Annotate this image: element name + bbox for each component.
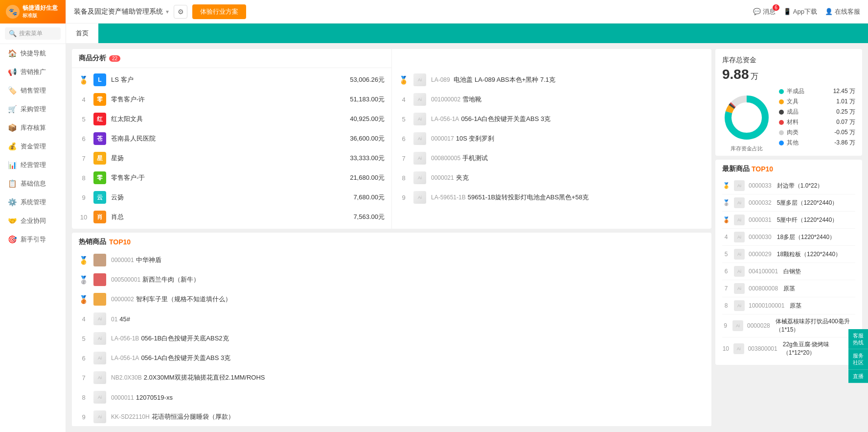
- legend-item: 肉类 -0.05 万: [779, 128, 855, 137]
- panel-left: 商品分析 22 🏅 L LS 客户 53,006.26元: [72, 49, 715, 426]
- sidebar-item-quick-nav[interactable]: 🏠 快捷导航: [0, 44, 66, 63]
- hot-products-label: 热销商品: [79, 238, 106, 246]
- product-name: 白钢垫: [783, 267, 801, 276]
- hot-products-suffix: TOP10: [109, 238, 131, 246]
- app-logo: 🐾 畅捷通好生意 标准版: [0, 0, 66, 24]
- phone-icon: 📱: [783, 8, 791, 15]
- tab-home[interactable]: 首页: [66, 24, 98, 43]
- message-button[interactable]: 💬 消息 6: [753, 7, 776, 16]
- product-image: Ai: [413, 191, 426, 204]
- product-image: Ai: [93, 352, 106, 364]
- product-name: 原茎: [783, 285, 795, 293]
- customer-ranking-list: 🏅 L LS 客户 53,006.26元 4 零 零售客户-许 51,183.0…: [72, 68, 391, 229]
- product-name: 夹克: [456, 174, 469, 181]
- analysis-header: 商品分析 22: [72, 49, 391, 68]
- list-item: 4 Ai 001000002雪地靴: [392, 90, 711, 109]
- rank-number: 7: [79, 374, 89, 382]
- sidebar-item-system[interactable]: ⚙️ 系统管理: [0, 193, 66, 212]
- product-code: 0000011: [111, 394, 134, 401]
- sidebar-search-area[interactable]: 🔍 搜索菜单: [0, 24, 66, 44]
- avatar: 零: [93, 93, 106, 106]
- product-image: Ai: [413, 152, 426, 165]
- img-placeholder: Ai: [736, 323, 740, 328]
- customer-hotline-button[interactable]: 客服热线: [848, 329, 868, 350]
- product-code: 000800008: [749, 285, 778, 292]
- trial-button[interactable]: 体验行业方案: [192, 4, 246, 19]
- donut-chart: 库存资金占比: [722, 93, 771, 144]
- app-edition: 标准版: [23, 12, 58, 19]
- inventory-title: 库存总资金: [722, 56, 855, 65]
- service-community-button[interactable]: 服务社区: [848, 349, 868, 370]
- img-placeholder: Ai: [737, 217, 741, 222]
- list-item: 4 Ai 0145#: [72, 309, 711, 329]
- customer-amount: 51,183.00元: [350, 95, 385, 104]
- rank-number: 6: [79, 355, 89, 362]
- float-service-panel: 客服热线 服务社区 直播: [848, 329, 868, 383]
- list-item: 🥈 000500001新西兰牛肉（新牛）: [72, 270, 711, 289]
- sidebar-item-purchase[interactable]: 🛒 采购管理: [0, 100, 66, 119]
- list-item: 6 Ai 004100001 白钢垫: [722, 263, 855, 280]
- legend-label: 肉类: [787, 128, 799, 137]
- livestream-button[interactable]: 直播: [848, 370, 868, 383]
- product-code: LA-089: [431, 76, 450, 83]
- product-name: 智利车子里（规格不知道填什么）: [136, 295, 231, 303]
- purchase-icon: 🛒: [8, 105, 17, 114]
- rank-number: 5: [722, 251, 730, 258]
- product-code: 01: [111, 316, 117, 323]
- search-menu-button[interactable]: 🔍 搜索菜单: [5, 27, 61, 40]
- img-placeholder: Ai: [413, 171, 426, 184]
- rank-number: 8: [79, 394, 89, 401]
- product-code: LA-056-1A: [431, 116, 459, 122]
- product-code: KK-SD22110H: [111, 413, 150, 420]
- product-name: 5厘中纤（1220*2440）: [777, 216, 838, 224]
- product-code: LA-056-1B: [111, 335, 139, 342]
- sidebar-item-finance[interactable]: 💰 资金管理: [0, 137, 66, 156]
- sidebar-item-inventory[interactable]: 📦 库存核算: [0, 119, 66, 137]
- rank-number: 9: [722, 322, 729, 329]
- rank-number: 7: [722, 285, 730, 292]
- product-code: 0000031: [749, 216, 772, 223]
- sidebar-item-enterprise[interactable]: 🤝 企业协同: [0, 212, 66, 230]
- sidebar-item-marketing[interactable]: 📢 营销推广: [0, 63, 66, 81]
- sidebar-item-operation[interactable]: 📊 经营管理: [0, 156, 66, 174]
- avatar: 红: [93, 113, 106, 125]
- search-icon: 🔍: [9, 30, 17, 37]
- sidebar-item-basic[interactable]: 📋 基础信息: [0, 174, 66, 193]
- header-right: 💬 消息 6 📱 App下载 👤 在线客服: [753, 7, 860, 16]
- settings-button[interactable]: ⚙: [174, 5, 187, 19]
- list-item: 🥇 0000001中华神盾: [72, 250, 711, 270]
- system-title: 装备及固定资产辅助管理系统: [74, 7, 163, 16]
- rank-number: 🥇: [722, 182, 730, 189]
- img-placeholder: Ai: [93, 352, 106, 364]
- list-item: 4 Ai 0000030 18多层（1220*2440）: [722, 229, 855, 246]
- list-item: 🥇 Ai 0000033 封边带（1.0*22）: [722, 177, 855, 194]
- list-item: 8 零 零售客户-于 21,680.00元: [72, 168, 391, 188]
- list-item: 8 Ai 0000021夹克: [392, 168, 711, 188]
- inventory-card: 库存总资金 9.88 万: [715, 49, 862, 156]
- legend-label: 材料: [787, 118, 799, 126]
- sidebar-item-label: 快捷导航: [21, 49, 46, 58]
- sidebar-item-label: 营销推广: [21, 68, 46, 76]
- legend-item: 文具 1.01 万: [779, 97, 855, 106]
- product-image: Ai: [413, 93, 426, 106]
- img-placeholder: Ai: [737, 269, 741, 274]
- product-name: 18多层（1220*2440）: [777, 233, 835, 241]
- product-image: Ai: [734, 232, 745, 242]
- legend: 半成品 12.45 万 文具 1.01 万 成品 0.25 万: [779, 87, 855, 149]
- product-image: Ai: [734, 283, 745, 294]
- sidebar-item-sales[interactable]: 🏷️ 销售管理: [0, 81, 66, 100]
- list-item: 🥉 0000002智利车子里（规格不知道填什么）: [72, 289, 711, 309]
- online-service-button[interactable]: 👤 在线客服: [825, 7, 860, 16]
- sidebar-item-guide[interactable]: 🎯 新手引导: [0, 230, 66, 249]
- img-placeholder: Ai: [737, 286, 741, 291]
- list-item: 8 Ai 000001112070519-xs: [72, 387, 711, 407]
- product-code: LA-056-1A: [111, 355, 139, 361]
- guide-icon: 🎯: [8, 235, 17, 244]
- rank-number: 10: [722, 345, 730, 352]
- legend-item: 半成品 12.45 万: [779, 87, 855, 96]
- product-image: Ai: [413, 113, 426, 125]
- customer-name: 苍南县人民医院: [111, 134, 345, 143]
- app-download-button[interactable]: 📱 App下载: [783, 7, 817, 16]
- customer-name: 星扬: [111, 154, 345, 163]
- img-placeholder: Ai: [413, 73, 426, 86]
